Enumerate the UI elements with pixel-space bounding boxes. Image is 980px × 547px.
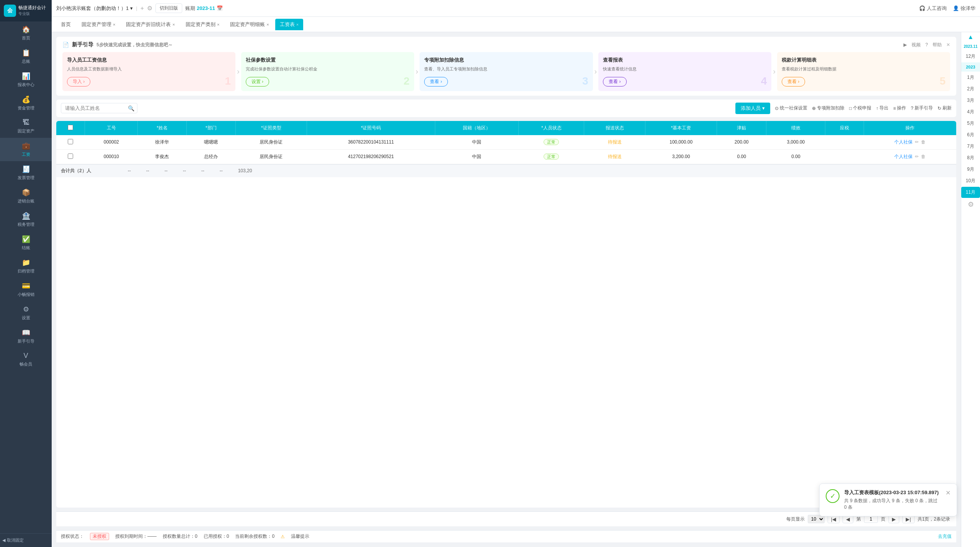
table-footer: 合计共（2）人 ------------103,20 <box>56 164 956 177</box>
toast-close-btn[interactable]: ✕ <box>946 489 951 496</box>
page-input[interactable] <box>864 515 878 523</box>
row-allowance: 200.00 <box>717 135 766 150</box>
guide-arrow-3: › <box>593 67 599 76</box>
step-btn-1[interactable]: 导入 › <box>67 77 90 87</box>
row-name[interactable]: 徐泽华 <box>138 135 187 150</box>
cancel-fixed-btn[interactable]: ◀ 取消固定 <box>0 533 52 547</box>
user-menu[interactable]: 👤 徐泽华 <box>953 5 975 12</box>
col-基本工资: *基本工资 <box>645 121 717 135</box>
action-delete-icon[interactable]: 🗑 <box>921 154 926 159</box>
sidebar-item-expense[interactable]: 🧾 发票管理 <box>0 161 52 185</box>
step-btn-2[interactable]: 设置 › <box>246 77 269 87</box>
sidebar-item-expense2[interactable]: 💳 小畅报销 <box>0 278 52 301</box>
sidebar-logo[interactable]: 会 畅捷通好会计 专业版 <box>0 0 52 21</box>
cal-month-4月[interactable]: 4月 <box>961 106 980 118</box>
table-wrap: 工号*姓名*部门*证照类型*证照号码国籍（地区）*人员状态报送状态*基本工资津贴… <box>56 121 956 508</box>
cal-up-arrow[interactable]: ▲ <box>966 32 975 42</box>
sidebar-item-inventory[interactable]: 📦 进销台账 <box>0 185 52 208</box>
tab-close-fixed-detail[interactable]: × <box>266 22 269 27</box>
toolbar-action-more[interactable]: ≡操作 <box>893 105 906 111</box>
toolbar-action-special-deduction[interactable]: ⊕专项附加扣除 <box>812 105 844 111</box>
action-edit-icon[interactable]: ✏ <box>915 139 919 145</box>
content-area: 📄 新手引导 5步快速完成设置，快去完善信息吧～ ▶ 视频 ? 帮助 ✕ 1 <box>52 32 980 547</box>
sidebar-item-reports[interactable]: 📊 报表中心 <box>0 68 52 91</box>
search-input[interactable] <box>61 103 137 113</box>
cal-month-3月[interactable]: 3月 <box>961 95 980 106</box>
col-checkbox[interactable] <box>56 121 85 135</box>
sidebar-item-archive[interactable]: 📁 归档管理 <box>0 255 52 278</box>
action-edit-icon[interactable]: ✏ <box>915 154 919 159</box>
sidebar-item-assets[interactable]: 🏗 固定资产 <box>0 115 52 138</box>
tax-report-icon: □ <box>849 106 852 111</box>
tab-label-fixed-detail: 固定资产明细账 <box>230 21 265 28</box>
cal-month-2023[interactable]: 2023 <box>961 62 980 72</box>
action-social[interactable]: 个人社保 <box>894 153 913 160</box>
row-name[interactable]: 李俊杰 <box>138 149 187 164</box>
tab-fixed-category[interactable]: 固定资产类别× <box>181 19 224 30</box>
toolbar-action-export[interactable]: ↑导出 <box>876 105 889 111</box>
row-taxable <box>825 149 864 164</box>
tab-home[interactable]: 首页 <box>56 19 75 30</box>
social-security-label: 统一社保设置 <box>780 105 807 111</box>
row-id-type: 居民身份证 <box>235 135 307 150</box>
tab-close-fixed-depreciation[interactable]: × <box>172 22 175 27</box>
guide-close-btn[interactable]: ✕ <box>946 42 950 47</box>
cal-month-6月[interactable]: 6月 <box>961 129 980 140</box>
video-icon: ▶ <box>903 42 907 47</box>
topbar-gear-icon[interactable]: ⚙ <box>147 5 152 12</box>
cal-settings-icon[interactable]: ⚙ <box>965 198 976 211</box>
col-津贴: 津贴 <box>717 121 766 135</box>
topbar-account[interactable]: 刘小艳演示账套（勿删勿动！）1 ▾ <box>56 5 133 12</box>
sidebar-item-payroll[interactable]: 💼 工资 <box>0 138 52 161</box>
sidebar-item-home[interactable]: 🏠 首页 <box>0 21 52 45</box>
tab-payroll-table[interactable]: 工资表× <box>275 19 303 30</box>
add-person-btn[interactable]: 添加人员 ▾ <box>735 103 770 114</box>
tab-fixed-assets[interactable]: 固定资产管理× <box>77 19 120 30</box>
cal-month-5月[interactable]: 5月 <box>961 118 980 129</box>
topbar-add-tab[interactable]: + <box>140 5 144 12</box>
toolbar-action-tax-report[interactable]: □个税申报 <box>849 105 871 111</box>
sidebar-item-ledger[interactable]: 📋 总账 <box>0 45 52 68</box>
row-checkbox[interactable] <box>56 149 85 164</box>
sidebar-item-guide[interactable]: 📖 新手引导 <box>0 325 52 348</box>
calendar-icon[interactable]: 📅 <box>217 5 223 11</box>
cal-month-9月[interactable]: 9月 <box>961 164 980 175</box>
cal-month-11月[interactable]: 11月 <box>961 187 980 198</box>
switch-version-btn[interactable]: 切到旧版 <box>155 3 182 13</box>
sidebar-item-settings[interactable]: ⚙ 设置 <box>0 301 52 325</box>
row-checkbox[interactable] <box>56 135 85 150</box>
cal-month-8月[interactable]: 8月 <box>961 152 980 163</box>
tab-close-fixed-category[interactable]: × <box>217 22 219 27</box>
sidebar-item-member[interactable]: V 畅会员 <box>0 348 52 371</box>
sidebar-label-payroll: 工资 <box>22 152 30 157</box>
action-social[interactable]: 个人社保 <box>894 139 913 145</box>
toolbar-action-social-security[interactable]: ⊙统一社保设置 <box>775 105 807 111</box>
tab-fixed-depreciation[interactable]: 固定资产折旧统计表× <box>121 19 179 30</box>
cal-month-12月[interactable]: 12月 <box>961 51 980 62</box>
sidebar-item-closing[interactable]: ✅ 结账 <box>0 231 52 255</box>
tab-close-fixed-assets[interactable]: × <box>113 22 115 27</box>
toolbar-action-new-guide[interactable]: ?新手引导 <box>911 105 933 111</box>
sidebar-label-expense2: 小畅报销 <box>18 292 34 297</box>
help-icon: ? <box>925 42 928 47</box>
guide-icon: 📄 <box>62 42 69 48</box>
cal-month-2月[interactable]: 2月 <box>961 83 980 95</box>
support-btn[interactable]: 🎧 人工咨询 <box>919 5 947 12</box>
sidebar-item-tax[interactable]: 🏦 税务管理 <box>0 208 52 231</box>
cal-month-10月[interactable]: 10月 <box>961 175 980 186</box>
tab-close-payroll-table[interactable]: × <box>296 22 299 27</box>
step-btn-5[interactable]: 查看 › <box>782 77 805 87</box>
data-table: 工号*姓名*部门*证照类型*证照号码国籍（地区）*人员状态报送状态*基本工资津贴… <box>56 121 956 164</box>
cal-month-1月[interactable]: 1月 <box>961 72 980 83</box>
guide-video-help: ▶ 视频 ? 帮助 ✕ <box>903 42 950 48</box>
cal-month-7月[interactable]: 7月 <box>961 141 980 152</box>
sidebar-item-funds[interactable]: 💰 资金管理 <box>0 91 52 115</box>
step-btn-4[interactable]: 查看 › <box>603 77 626 87</box>
step-desc-1: 人员信息及工资数据新增导入 <box>67 66 231 72</box>
tab-fixed-detail[interactable]: 固定资产明细账× <box>225 19 273 30</box>
action-delete-icon[interactable]: 🗑 <box>921 139 926 145</box>
renew-link[interactable]: 去充值 <box>938 533 952 540</box>
step-btn-3[interactable]: 查看 › <box>424 77 448 87</box>
expense-icon: 🧾 <box>22 165 30 173</box>
toolbar-action-refresh[interactable]: ↻刷新 <box>938 105 952 111</box>
